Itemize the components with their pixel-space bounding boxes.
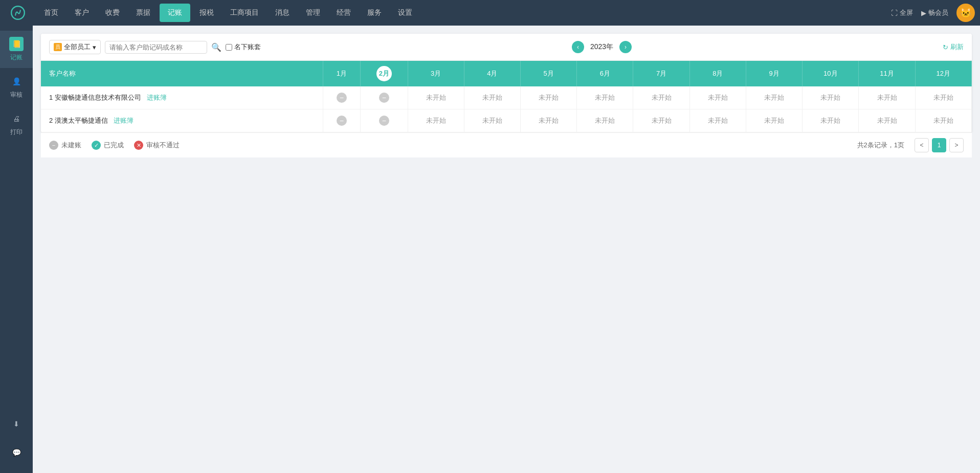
fullscreen-button[interactable]: ⛶ 全屏: [891, 8, 913, 17]
fullscreen-icon: ⛶: [891, 9, 898, 17]
active-month-circle: 2月: [376, 66, 392, 81]
mybooks-checkbox-label[interactable]: 名下账套: [226, 42, 261, 52]
year-nav: ‹ 2023年 ›: [572, 41, 632, 53]
col-header-aug: 8月: [689, 61, 746, 86]
nav-operation[interactable]: 经营: [328, 0, 359, 26]
col-header-feb: 2月: [361, 61, 408, 86]
status-not-started-2-3: 未开始: [426, 117, 446, 124]
row1-sep: 未开始: [746, 86, 802, 109]
status-not-started-2-12: 未开始: [933, 117, 953, 124]
footer: − 未建账 ✓ 已完成 ✕ 审核不通过 共2条记录，1页 < 1 >: [41, 132, 972, 157]
row1-mar: 未开始: [408, 86, 464, 109]
nav-message[interactable]: 消息: [267, 0, 298, 26]
col-header-oct: 10月: [803, 61, 859, 86]
status-not-started-1-3: 未开始: [426, 94, 446, 101]
nav-settings[interactable]: 设置: [390, 0, 420, 26]
sidebar-item-audit[interactable]: 👤 审核: [0, 68, 33, 105]
col-header-sep: 9月: [746, 61, 802, 86]
row2-nov: 未开始: [859, 109, 915, 132]
row2-dec: 未开始: [915, 109, 971, 132]
app-logo: [5, 5, 31, 21]
employee-badge: 员: [54, 43, 62, 51]
refresh-button[interactable]: ↻ 刷新: [943, 42, 964, 52]
enter-book-link-2[interactable]: 进账簿: [114, 117, 133, 124]
row1-may: 未开始: [521, 86, 577, 109]
table-row: 1 安徽畅捷通信息技术有限公司 进账簿 − − 未开始 未开始 未开始 未开始 …: [41, 86, 972, 109]
sidebar-item-bookkeeping[interactable]: 📒 记账: [0, 31, 33, 68]
enter-book-link-1[interactable]: 进账簿: [147, 94, 167, 101]
bookkeeping-icon: 📒: [9, 37, 24, 51]
status-not-started-2-11: 未开始: [877, 117, 897, 124]
data-table: 客户名称 1月 2月 3月 4月 5月 6月 7月 8月 9月 10月 11月: [41, 61, 972, 132]
status-circle-1-1: −: [337, 93, 347, 103]
row2-jun: 未开始: [577, 109, 633, 132]
vip-label: 畅会员: [928, 8, 948, 17]
status-circle-2-2: −: [379, 116, 389, 126]
row2-feb: −: [361, 109, 408, 132]
year-label: 2023年: [590, 42, 613, 52]
client-name-1: 1: [49, 94, 53, 101]
pagination: < 1 >: [915, 138, 964, 152]
main-layout: 📒 记账 👤 审核 🖨 打印 ⬇ 💬 员 全部员工: [0, 26, 980, 473]
sidebar-item-download[interactable]: ⬇: [9, 411, 24, 439]
user-avatar[interactable]: 🐱: [956, 4, 975, 22]
search-input[interactable]: [105, 41, 207, 54]
search-button[interactable]: 🔍: [211, 42, 221, 52]
status-not-started-2-9: 未开始: [764, 117, 784, 124]
sidebar: 📒 记账 👤 审核 🖨 打印 ⬇ 💬: [0, 26, 33, 473]
support-icon: 💬: [9, 445, 24, 460]
row2-sep: 未开始: [746, 109, 802, 132]
row2-jul: 未开始: [633, 109, 689, 132]
row2-aug: 未开始: [689, 109, 746, 132]
employee-select[interactable]: 员 全部员工 ▾: [49, 40, 101, 54]
row1-aug: 未开始: [689, 86, 746, 109]
client-cell-1: 1 安徽畅捷通信息技术有限公司 进账簿: [41, 86, 323, 109]
status-not-started-1-9: 未开始: [764, 94, 784, 101]
sidebar-print-label: 打印: [10, 128, 23, 137]
col-header-dec: 12月: [915, 61, 971, 86]
legend-not-built-label: 未建账: [61, 141, 81, 150]
legend-rejected-label: 审核不通过: [146, 141, 180, 150]
sidebar-item-print[interactable]: 🖨 打印: [0, 105, 33, 143]
status-circle-1-2: −: [379, 93, 389, 103]
status-not-started-2-10: 未开始: [820, 117, 840, 124]
mybooks-checkbox[interactable]: [226, 44, 232, 51]
col-header-client: 客户名称: [41, 61, 323, 86]
nav-manage[interactable]: 管理: [298, 0, 328, 26]
row2-jan: −: [323, 109, 360, 132]
legend-red-circle: ✕: [134, 141, 143, 150]
print-icon: 🖨: [9, 111, 24, 126]
col-header-jul: 7月: [633, 61, 689, 86]
status-not-started-2-6: 未开始: [595, 117, 615, 124]
nav-items: 首页 客户 收费 票据 记账 报税 工商项目 消息 管理 经营 服务 设置: [36, 0, 891, 26]
prev-page-button[interactable]: <: [915, 138, 929, 152]
sidebar-item-support[interactable]: 💬: [9, 439, 24, 468]
next-year-button[interactable]: ›: [619, 41, 632, 53]
vip-icon: ▶: [921, 9, 926, 17]
col-header-jan: 1月: [323, 61, 360, 86]
chevron-down-icon: ▾: [93, 43, 96, 51]
prev-year-button[interactable]: ‹: [572, 41, 584, 53]
client-fullname-2: 漠澳太平畅捷通信: [55, 117, 108, 124]
status-not-started-1-10: 未开始: [820, 94, 840, 101]
nav-invoice[interactable]: 票据: [128, 0, 159, 26]
nav-tax[interactable]: 报税: [191, 0, 222, 26]
nav-client[interactable]: 客户: [66, 0, 97, 26]
vip-button[interactable]: ▶ 畅会员: [921, 8, 948, 17]
nav-bookkeeping[interactable]: 记账: [160, 4, 190, 22]
status-not-started-2-4: 未开始: [482, 117, 502, 124]
col-header-jun: 6月: [577, 61, 633, 86]
client-fullname-1: 安徽畅捷通信息技术有限公司: [55, 94, 141, 101]
status-not-started-1-4: 未开始: [482, 94, 502, 101]
nav-industry[interactable]: 工商项目: [222, 0, 267, 26]
table-container: 员 全部员工 ▾ 🔍 名下账套 ‹ 2023年 › ↻: [41, 34, 972, 132]
nav-service[interactable]: 服务: [359, 0, 390, 26]
status-not-started-2-7: 未开始: [652, 117, 672, 124]
page-1-button[interactable]: 1: [932, 138, 946, 152]
nav-fee[interactable]: 收费: [97, 0, 128, 26]
status-not-started-1-7: 未开始: [652, 94, 672, 101]
row1-feb: −: [361, 86, 408, 109]
next-page-button[interactable]: >: [949, 138, 964, 152]
nav-home[interactable]: 首页: [36, 0, 66, 26]
client-cell-2: 2 漠澳太平畅捷通信 进账簿: [41, 109, 323, 132]
